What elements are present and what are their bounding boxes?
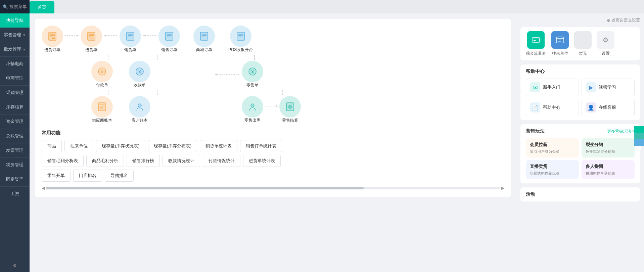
node-supplier-ledger[interactable]: 供应商账本 [91, 96, 113, 123]
svg-text:¥: ¥ [100, 69, 103, 74]
sidebar-search[interactable]: 🔍 搜索菜单 [0, 0, 30, 13]
sidebar-item-label: 资金管理 [6, 119, 24, 125]
func-contacts[interactable]: 往来单位 [64, 140, 93, 152]
video-label: 视频学习 [599, 84, 616, 90]
node-retail-bill[interactable]: ¥ 零售单 [242, 61, 263, 88]
float-buttons: 客服热线 服务社区 桌面快捷 [634, 126, 644, 146]
node-sales-bill[interactable]: 销货单 [120, 26, 141, 53]
sidebar-item-label: 采购管理 [6, 90, 24, 96]
svg-rect-53 [534, 40, 536, 41]
scroll-track[interactable] [46, 187, 500, 189]
func-sales-margin[interactable]: 销售毛利分析表 [42, 155, 84, 167]
func-sales-order-stats[interactable]: 销售订单统计表 [240, 140, 282, 152]
qa-contacts[interactable]: 往来单位 [551, 31, 569, 56]
svg-rect-51 [532, 38, 540, 42]
qa-settings[interactable]: ⚙ 设置 [597, 31, 614, 56]
search-icon: 🔍 [3, 4, 8, 9]
sidebar-item-ecom[interactable]: 电商管理 [0, 71, 30, 86]
func-sales-rank[interactable]: 销售排行榜 [127, 155, 160, 167]
node-purchase-order[interactable]: 进货订单 [42, 26, 63, 53]
receipt-icon: ¥ [129, 61, 150, 82]
svg-rect-23 [200, 32, 208, 40]
sidebar-item-ledger[interactable]: 总账管理 [0, 129, 30, 143]
qa-header: ⚙ 首页自定义设置 [520, 17, 640, 23]
video-icon: ▶ [586, 82, 596, 92]
sidebar-item-finance[interactable]: 资金管理 [0, 115, 30, 129]
tab-home[interactable]: 首页 [30, 1, 54, 13]
contacts-icon-box [551, 31, 569, 49]
scroll-thumb [46, 187, 364, 189]
sidebar-item-label: 库存核算 [6, 104, 24, 110]
sidebar-item-inventory[interactable]: 库存核算 [0, 100, 30, 115]
func-receipt-stats[interactable]: 收款情况统计 [163, 155, 200, 167]
sidebar-item-wholesale[interactable]: 批发管理 ▼ [0, 42, 30, 57]
svg-rect-19 [166, 32, 173, 40]
contacts-label: 往来单位 [552, 51, 568, 56]
help-beginner[interactable]: ✉ 新手入门 [526, 79, 579, 96]
live-title: 直播卖货 [530, 164, 575, 170]
sidebar-item-label: 电商管理 [6, 75, 24, 81]
fission-desc: 裂变式发展分销商 [586, 149, 631, 154]
marketing-panel: 营销玩法 更多营销玩法 > 会员拉新 吸引用户成为会员 裂变分销 裂变式发展分销… [520, 124, 640, 183]
node-payment[interactable]: ¥ 付款单 [91, 61, 113, 88]
help-doc-icon: 📄 [530, 102, 540, 112]
func-sales-stats[interactable]: 销货单统计表 [200, 140, 237, 152]
func-stock-status[interactable]: 现存量(库存状况表) [96, 140, 145, 152]
sidebar-item-quick-nav[interactable]: 快捷导航 [0, 13, 30, 28]
marketing-group[interactable]: 多人拼团 拼团购物享受优惠 [582, 160, 635, 179]
sidebar-settings[interactable]: ⚙ [0, 259, 30, 272]
live-desc: 场景式购物新玩法 [530, 171, 575, 176]
cash-flow-icon-box [527, 31, 545, 49]
func-stock-dist[interactable]: 现存量(库存分布表) [148, 140, 197, 152]
node-retail-warehouse[interactable]: 零售出库 [242, 96, 263, 123]
func-store-rank[interactable]: 门店排名 [73, 170, 102, 182]
retail-warehouse-label: 零售出库 [244, 118, 261, 123]
sidebar-item-invoice[interactable]: 发票管理 [0, 143, 30, 158]
node-customer-ledger[interactable]: 客户账本 [129, 96, 150, 123]
customize-label[interactable]: 首页自定义设置 [612, 17, 640, 23]
group-desc: 拼团购物享受优惠 [586, 171, 631, 176]
help-online-service[interactable]: 👤 在线客服 [582, 99, 635, 116]
marketing-member[interactable]: 会员拉新 吸引用户成为会员 [526, 138, 579, 157]
sidebar-item-purchase[interactable]: 采购管理 [0, 86, 30, 100]
supplier-ledger-icon [91, 96, 113, 118]
func-guide-rank[interactable]: 导购排名 [105, 170, 134, 182]
func-payment-stats[interactable]: 付款情况统计 [203, 155, 240, 167]
func-purchase-stats[interactable]: 进货单统计表 [243, 155, 281, 167]
node-sales-order[interactable]: 销售订单 [158, 26, 180, 53]
func-retail-order[interactable]: 零售开单 [42, 170, 71, 182]
help-center-item[interactable]: 📄 帮助中心 [526, 99, 579, 116]
sidebar-item-ecom-small[interactable]: 小畅电商 [0, 57, 30, 71]
scroll-left-arrow[interactable]: ◀ [42, 186, 45, 190]
scroll-right-arrow[interactable]: ▶ [501, 186, 504, 190]
sidebar-item-salary[interactable]: 工资 [0, 187, 30, 201]
retail-settlement-label: 零售结算 [282, 118, 298, 123]
sidebar-item-fixed-assets[interactable]: 固定资产 [0, 172, 30, 187]
float-customer-service[interactable]: 客服热线 [634, 126, 644, 133]
marketing-more[interactable]: 更多营销玩法 > [607, 129, 635, 134]
node-retail-settlement[interactable]: ¥ 零售结算 [279, 96, 301, 123]
float-desktop[interactable]: 桌面快捷 [634, 139, 644, 146]
fission-title: 裂变分销 [586, 142, 631, 148]
sidebar-item-retail[interactable]: 零售管理 ▼ [0, 28, 30, 42]
float-community[interactable]: 服务社区 [634, 133, 644, 139]
activity-title: 活动 [526, 191, 635, 197]
marketing-fission[interactable]: 裂变分销 裂变式发展分销商 [582, 138, 635, 157]
qa-none[interactable]: 暂无 [574, 31, 592, 56]
func-goods-margin[interactable]: 商品毛利分析 [86, 155, 124, 167]
marketing-live[interactable]: 直播卖货 场景式购物新玩法 [526, 160, 579, 179]
settings-icon: ⚙ [13, 263, 17, 268]
settings-icon-box: ⚙ [597, 31, 614, 49]
node-mall-order[interactable]: 商城订单 [193, 26, 215, 53]
node-receipt[interactable]: ¥ 收款单 [129, 61, 150, 88]
sidebar-item-label: 快捷导航 [6, 17, 24, 24]
node-purchase-receipt[interactable]: 进货单 [81, 26, 102, 53]
help-video[interactable]: ▶ 视频学习 [582, 79, 635, 96]
func-goods[interactable]: 商品 [42, 140, 62, 152]
node-pos[interactable]: POS收银开台 [228, 26, 253, 53]
qa-cash-flow[interactable]: 现金流量表 [526, 31, 546, 56]
sidebar-item-tax[interactable]: 税务管理 [0, 158, 30, 172]
sidebar-item-label: 总账管理 [6, 133, 24, 139]
main: 首页 [30, 0, 644, 272]
sales-order-label: 销售订单 [161, 47, 177, 53]
